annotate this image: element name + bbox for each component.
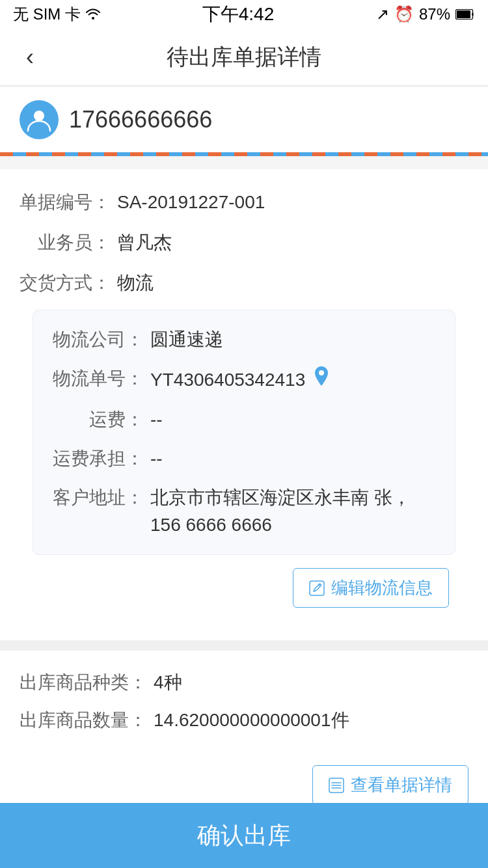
salesman-row: 业务员： 曾凡杰: [20, 229, 468, 256]
section-divider-1: [0, 640, 488, 651]
logistics-tracking-value: YT4306405342413: [144, 365, 435, 394]
status-time: 下午4:42: [202, 2, 275, 27]
order-number-label: 单据编号：: [20, 189, 111, 216]
back-button[interactable]: ‹: [20, 37, 40, 77]
confirm-btn-container[interactable]: 确认出库: [0, 803, 488, 868]
goods-quantity-value: 14.620000000000001件: [147, 708, 349, 733]
basic-info-section: 单据编号： SA-20191227-001 业务员： 曾凡杰 交货方式： 物流 …: [0, 169, 488, 640]
goods-section: 出库商品种类： 4种 出库商品数量： 14.620000000000001件: [0, 651, 488, 759]
battery-label: 87%: [419, 5, 450, 23]
edit-btn-row: 编辑物流信息: [20, 555, 468, 621]
freight-value: --: [144, 406, 435, 433]
customer-address-value: 北京市市辖区海淀区永丰南 张，156 6666 6666: [144, 484, 435, 539]
salesman-label: 业务员：: [20, 229, 111, 256]
freight-label: 运费：: [53, 406, 144, 433]
delivery-label: 交货方式：: [20, 269, 111, 297]
delivery-row: 交货方式： 物流: [20, 269, 468, 297]
goods-quantity-row: 出库商品数量： 14.620000000000001件: [20, 708, 468, 733]
svg-point-2: [34, 111, 44, 121]
person-icon: [27, 107, 51, 132]
view-detail-button[interactable]: 查看单据详情: [312, 765, 468, 805]
avatar: [20, 100, 59, 139]
view-detail-label: 查看单据详情: [351, 774, 452, 796]
freight-bear-value: --: [144, 445, 435, 472]
customer-address-row: 客户地址： 北京市市辖区海淀区永丰南 张，156 6666 6666: [53, 484, 435, 539]
freight-bear-row: 运费承担： --: [53, 445, 435, 472]
status-left: 无 SIM 卡: [13, 4, 100, 25]
map-pin-icon[interactable]: [313, 365, 330, 394]
logistics-tracking-label: 物流单号：: [53, 365, 144, 392]
logistics-company-row: 物流公司： 圆通速递: [53, 326, 435, 353]
customer-section: 17666666666: [0, 87, 488, 152]
freight-bear-label: 运费承担：: [53, 445, 144, 472]
order-number-value: SA-20191227-001: [111, 189, 468, 216]
goods-types-row: 出库商品种类： 4种: [20, 670, 468, 695]
edit-logistics-button[interactable]: 编辑物流信息: [293, 568, 449, 608]
logistics-tracking-row: 物流单号： YT4306405342413: [53, 365, 435, 394]
svg-rect-1: [457, 10, 470, 18]
goods-types-value: 4种: [147, 670, 182, 695]
goods-types-label: 出库商品种类：: [20, 670, 147, 695]
customer-phone: 17666666666: [69, 106, 212, 133]
logistics-company-label: 物流公司：: [53, 326, 144, 353]
customer-address-label: 客户地址：: [53, 484, 144, 511]
dashed-divider: [0, 152, 488, 156]
logistics-company-value: 圆通速递: [144, 326, 435, 353]
edit-icon: [309, 580, 325, 596]
list-icon: [329, 778, 344, 793]
location-status-icon: ↗: [376, 5, 389, 23]
page-title: 待出库单据详情: [167, 42, 321, 72]
salesman-value: 曾凡杰: [111, 229, 468, 256]
logistics-card: 物流公司： 圆通速递 物流单号： YT4306405342413 运费： -- …: [33, 310, 455, 555]
battery-icon: [455, 5, 475, 23]
svg-point-3: [319, 370, 324, 375]
wifi-icon: [86, 5, 100, 23]
nav-bar: ‹ 待出库单据详情: [0, 29, 488, 86]
edit-logistics-label: 编辑物流信息: [331, 576, 433, 599]
status-right: ↗ ⏰ 87%: [376, 5, 475, 23]
carrier-label: 无 SIM 卡: [13, 4, 81, 25]
goods-quantity-label: 出库商品数量：: [20, 708, 147, 733]
freight-row: 运费： --: [53, 406, 435, 433]
confirm-btn-label: 确认出库: [197, 820, 291, 852]
alarm-icon: ⏰: [394, 5, 414, 23]
status-bar: 无 SIM 卡 下午4:42 ↗ ⏰ 87%: [0, 0, 488, 29]
order-number-row: 单据编号： SA-20191227-001: [20, 189, 468, 216]
svg-rect-4: [310, 581, 324, 595]
delivery-value: 物流: [111, 269, 468, 297]
